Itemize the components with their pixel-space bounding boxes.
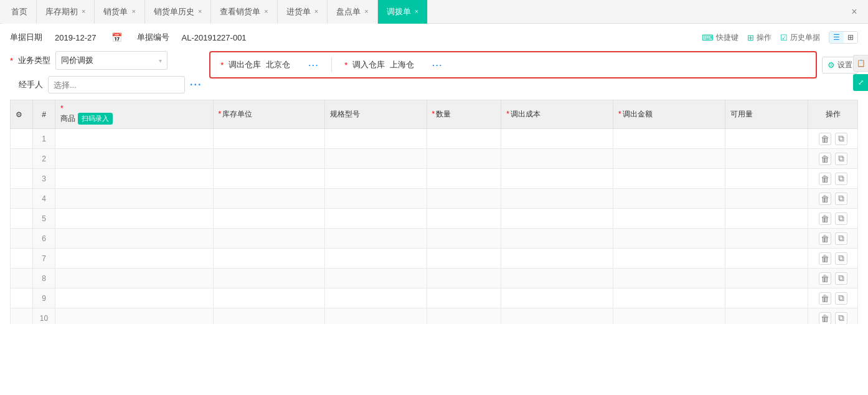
row-unit-cell[interactable] <box>213 209 325 229</box>
calendar-icon[interactable]: 📅 <box>111 32 122 42</box>
row-qty-cell[interactable] <box>427 209 501 229</box>
sidebar-note-button[interactable]: 📋 <box>853 55 868 72</box>
tab-inventory-init[interactable]: 库存期初 × <box>37 0 95 24</box>
list-view-btn[interactable]: ☰ <box>829 32 844 43</box>
close-icon[interactable]: × <box>131 8 135 15</box>
delete-icon[interactable]: 🗑 <box>819 212 831 225</box>
close-icon[interactable]: × <box>82 8 85 15</box>
copy-icon[interactable]: ⧉ <box>835 173 847 185</box>
delete-icon[interactable]: 🗑 <box>819 193 831 205</box>
out-warehouse-more-button[interactable]: ··· <box>308 60 319 70</box>
in-warehouse-more-button[interactable]: ··· <box>432 60 443 70</box>
scan-button[interactable]: 扫码录入 <box>78 113 113 125</box>
tab-home[interactable]: 首页 <box>2 0 37 24</box>
row-unit-cell[interactable] <box>213 129 325 149</box>
row-amount-cell[interactable] <box>613 229 725 249</box>
copy-icon[interactable]: ⧉ <box>835 232 847 245</box>
copy-icon[interactable]: ⧉ <box>835 252 847 265</box>
row-product-cell[interactable] <box>55 149 214 169</box>
close-icon[interactable]: × <box>264 8 268 15</box>
close-icon[interactable]: × <box>364 8 368 15</box>
row-spec-cell[interactable] <box>325 269 427 288</box>
tab-view-sales[interactable]: 查看销货单 × <box>211 0 277 24</box>
row-amount-cell[interactable] <box>613 269 725 288</box>
row-spec-cell[interactable] <box>325 169 427 189</box>
row-amount-cell[interactable] <box>613 308 725 325</box>
close-icon[interactable]: × <box>415 8 418 15</box>
delete-icon[interactable]: 🗑 <box>819 173 831 185</box>
row-product-cell[interactable] <box>55 308 214 325</box>
row-unit-cell[interactable] <box>213 288 325 308</box>
delete-icon[interactable]: 🗑 <box>819 232 831 245</box>
row-unit-cell[interactable] <box>213 189 325 209</box>
row-cost-cell[interactable] <box>501 189 613 209</box>
row-cost-cell[interactable] <box>501 149 613 169</box>
delete-icon[interactable]: 🗑 <box>819 252 831 265</box>
row-cost-cell[interactable] <box>501 169 613 189</box>
row-cost-cell[interactable] <box>501 249 613 269</box>
history-button[interactable]: ☑ 历史单据 <box>780 32 820 43</box>
row-amount-cell[interactable] <box>613 288 725 308</box>
row-product-cell[interactable] <box>55 229 214 249</box>
row-spec-cell[interactable] <box>325 129 427 149</box>
row-unit-cell[interactable] <box>213 149 325 169</box>
row-amount-cell[interactable] <box>613 129 725 149</box>
row-amount-cell[interactable] <box>613 209 725 229</box>
tab-sales-order[interactable]: 销货单 × <box>95 0 144 24</box>
row-spec-cell[interactable] <box>325 288 427 308</box>
row-product-cell[interactable] <box>55 249 214 269</box>
row-qty-cell[interactable] <box>427 169 501 189</box>
row-qty-cell[interactable] <box>427 189 501 209</box>
shortcuts-button[interactable]: ⌨ 快捷键 <box>702 32 738 43</box>
row-cost-cell[interactable] <box>501 288 613 308</box>
row-spec-cell[interactable] <box>325 229 427 249</box>
business-type-input[interactable]: 同价调拨 ▾ <box>55 51 167 70</box>
table-gear-icon[interactable]: ⚙ <box>16 110 22 119</box>
row-product-cell[interactable] <box>55 209 214 229</box>
delete-icon[interactable]: 🗑 <box>819 292 831 305</box>
copy-icon[interactable]: ⧉ <box>835 133 847 145</box>
operations-button[interactable]: ⊞ 操作 <box>747 32 771 43</box>
row-product-cell[interactable] <box>55 189 214 209</box>
row-spec-cell[interactable] <box>325 149 427 169</box>
tab-stocktake[interactable]: 盘点单 × <box>328 0 377 24</box>
row-amount-cell[interactable] <box>613 189 725 209</box>
copy-icon[interactable]: ⧉ <box>835 212 847 225</box>
row-unit-cell[interactable] <box>213 308 325 325</box>
row-product-cell[interactable] <box>55 169 214 189</box>
row-product-cell[interactable] <box>55 129 214 149</box>
delete-icon[interactable]: 🗑 <box>819 133 831 145</box>
delete-icon[interactable]: 🗑 <box>819 312 831 325</box>
delete-icon[interactable]: 🗑 <box>819 272 831 285</box>
copy-icon[interactable]: ⧉ <box>835 193 847 205</box>
row-amount-cell[interactable] <box>613 249 725 269</box>
row-qty-cell[interactable] <box>427 308 501 325</box>
row-qty-cell[interactable] <box>427 249 501 269</box>
tab-purchase[interactable]: 进货单 × <box>278 0 328 24</box>
row-spec-cell[interactable] <box>325 189 427 209</box>
row-unit-cell[interactable] <box>213 169 325 189</box>
row-spec-cell[interactable] <box>325 209 427 229</box>
copy-icon[interactable]: ⧉ <box>835 153 847 165</box>
row-cost-cell[interactable] <box>501 229 613 249</box>
row-qty-cell[interactable] <box>427 288 501 308</box>
window-close-button[interactable]: × <box>847 4 862 19</box>
row-amount-cell[interactable] <box>613 149 725 169</box>
row-cost-cell[interactable] <box>501 129 613 149</box>
copy-icon[interactable]: ⧉ <box>835 292 847 305</box>
row-spec-cell[interactable] <box>325 308 427 325</box>
tab-sales-history[interactable]: 销货单历史 × <box>145 0 211 24</box>
row-qty-cell[interactable] <box>427 269 501 288</box>
row-cost-cell[interactable] <box>501 308 613 325</box>
handler-input[interactable] <box>48 76 185 93</box>
row-qty-cell[interactable] <box>427 149 501 169</box>
row-qty-cell[interactable] <box>427 229 501 249</box>
grid-view-btn[interactable]: ⊞ <box>844 32 857 43</box>
close-icon[interactable]: × <box>198 8 202 15</box>
row-cost-cell[interactable] <box>501 209 613 229</box>
tab-transfer[interactable]: 调拨单 × <box>378 0 428 24</box>
row-qty-cell[interactable] <box>427 129 501 149</box>
handler-more-button[interactable]: ··· <box>190 79 202 90</box>
copy-icon[interactable]: ⧉ <box>835 312 847 325</box>
row-spec-cell[interactable] <box>325 249 427 269</box>
